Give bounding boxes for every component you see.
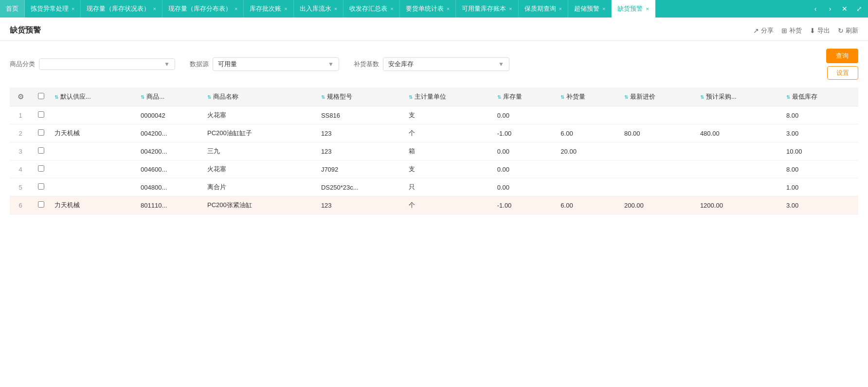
gear-icon[interactable]: ⚙ (18, 92, 24, 101)
latest-price-column-header[interactable]: ⇅ 最新进价 (620, 88, 696, 106)
replenish-qty-column-header[interactable]: ⇅ 补货量 (557, 88, 620, 106)
row-spec: J7092 (317, 160, 405, 178)
tab-inventory-dist-label: 现存量（库存分布表） (168, 4, 232, 13)
row-stock: 0.00 (493, 178, 557, 196)
row-checkbox[interactable] (38, 201, 44, 208)
row-latest-price: 80.00 (620, 124, 696, 142)
refresh-label: 刷新 (846, 26, 858, 35)
query-button[interactable]: 查询 (826, 49, 858, 63)
stock-column-header[interactable]: ⇅ 库存量 (493, 88, 557, 106)
est-purchase-label: 预计采购... (706, 92, 737, 101)
row-unit: 个 (405, 196, 493, 214)
tab-order-stat-label: 要货单统计表 (406, 4, 444, 13)
datasource-filter-group: 数据源 可用量 ▼ (190, 57, 339, 71)
row-spec: 123 (317, 142, 405, 160)
supplier-column-header[interactable]: ⇅ 默认供应... (51, 88, 137, 106)
export-label: 导出 (817, 26, 830, 35)
nav-expand-button[interactable]: ⤢ (852, 2, 866, 16)
tab-inventory-status[interactable]: 现存量（库存状况表） × (81, 0, 162, 18)
refresh-icon: ↻ (838, 27, 844, 35)
row-checkbox[interactable] (38, 183, 44, 190)
settings-button[interactable]: 设置 (827, 66, 858, 80)
nav-prev-button[interactable]: ‹ (809, 2, 822, 16)
row-checkbox[interactable] (38, 129, 44, 136)
close-icon[interactable]: × (72, 6, 74, 12)
est-purchase-column-header[interactable]: ⇅ 预计采购... (696, 88, 782, 106)
refresh-button[interactable]: ↻ 刷新 (838, 26, 858, 35)
category-select[interactable]: ▼ (39, 58, 175, 70)
close-icon[interactable]: × (390, 6, 393, 12)
replenish-qty-sort-icon: ⇅ (561, 94, 564, 100)
tab-overstock-label: 超储预警 (574, 4, 599, 13)
close-icon[interactable]: × (153, 6, 156, 12)
row-checkbox[interactable] (38, 165, 44, 172)
close-icon[interactable]: × (646, 6, 649, 12)
tab-home[interactable]: 首页 (0, 0, 25, 18)
nav-close-button[interactable]: ✕ (838, 2, 851, 16)
replenish-base-select[interactable]: 安全库存 ▼ (383, 57, 509, 71)
unit-column-header[interactable]: ⇅ 主计量单位 (405, 88, 493, 106)
row-unit: 只 (405, 178, 493, 196)
row-est-purchase: 480.00 (696, 124, 782, 142)
row-checkbox-cell (31, 196, 51, 214)
select-all-checkbox[interactable] (38, 93, 44, 99)
close-icon[interactable]: × (509, 6, 512, 12)
spec-column-header[interactable]: ⇅ 规格型号 (317, 88, 405, 106)
product-code-column-header[interactable]: ⇅ 商品... (137, 88, 203, 106)
close-icon[interactable]: × (602, 6, 605, 12)
row-product-name: 离合片 (203, 178, 317, 196)
tab-overstock[interactable]: 超储预警 × (568, 0, 612, 18)
row-min-stock: 3.00 (782, 196, 858, 214)
row-latest-price: 200.00 (620, 196, 696, 214)
close-icon[interactable]: × (559, 6, 562, 12)
tab-inventory-dist[interactable]: 现存量（库存分布表） × (163, 0, 244, 18)
row-checkbox[interactable] (38, 111, 44, 118)
row-replenish-qty: 20.00 (557, 142, 620, 160)
close-icon[interactable]: × (447, 6, 450, 12)
latest-price-sort-icon: ⇅ (624, 94, 628, 100)
tab-home-label: 首页 (6, 4, 18, 13)
close-icon[interactable]: × (235, 6, 237, 12)
row-product-code: 004800... (137, 178, 203, 196)
tab-exception[interactable]: 拣货异常处理 × (25, 0, 81, 18)
replenish-button[interactable]: ⊞ 补货 (781, 26, 802, 35)
row-checkbox[interactable] (38, 147, 44, 154)
row-min-stock: 8.00 (782, 160, 858, 178)
table-row: 1 0000042 火花塞 SS816 支 0.00 8.00 (10, 106, 858, 124)
share-button[interactable]: ↗ 分享 (753, 26, 774, 35)
row-stock: -1.00 (493, 124, 557, 142)
table-row: 6 力天机械 801110... PC200张紧油缸 123 个 -1.00 6… (10, 196, 858, 214)
row-supplier: 力天机械 (51, 196, 137, 214)
tab-collect[interactable]: 收发存汇总表 × (344, 0, 399, 18)
row-product-name: PC200油缸缸子 (203, 124, 317, 142)
close-icon[interactable]: × (284, 6, 287, 12)
tab-batch[interactable]: 库存批次账 × (244, 0, 293, 18)
nav-next-button[interactable]: › (823, 2, 837, 16)
tab-order-stat[interactable]: 要货单统计表 × (400, 0, 456, 18)
latest-price-label: 最新进价 (630, 92, 655, 101)
row-latest-price (620, 142, 696, 160)
table-row: 2 力天机械 004200... PC200油缸缸子 123 个 -1.00 6… (10, 124, 858, 142)
spec-sort-icon: ⇅ (321, 94, 325, 100)
product-name-sort-icon: ⇅ (207, 94, 211, 100)
row-number: 4 (10, 160, 31, 178)
tab-expiry[interactable]: 保质期查询 × (519, 0, 568, 18)
min-stock-column-header[interactable]: ⇅ 最低库存 (782, 88, 858, 106)
table-header-row: ⚙ ⇅ 默认供应... ⇅ (10, 88, 858, 106)
page-title: 缺货预警 (10, 25, 41, 35)
row-unit: 支 (405, 106, 493, 124)
row-number: 1 (10, 106, 31, 124)
product-code-label: 商品... (146, 92, 164, 101)
tab-available[interactable]: 可用量库存账本 × (456, 0, 518, 18)
close-icon[interactable]: × (334, 6, 337, 12)
datasource-select[interactable]: 可用量 ▼ (213, 57, 339, 71)
row-replenish-qty: 6.00 (557, 124, 620, 142)
row-est-purchase (696, 142, 782, 160)
export-button[interactable]: ⬇ 导出 (810, 26, 830, 35)
product-name-column-header[interactable]: ⇅ 商品名称 (203, 88, 317, 106)
row-product-name: 火花塞 (203, 106, 317, 124)
tab-shortage[interactable]: 缺货预警 × (612, 0, 655, 18)
row-unit: 支 (405, 160, 493, 178)
stock-sort-icon: ⇅ (497, 94, 501, 100)
tab-inout-flow[interactable]: 出入库流水 × (294, 0, 344, 18)
